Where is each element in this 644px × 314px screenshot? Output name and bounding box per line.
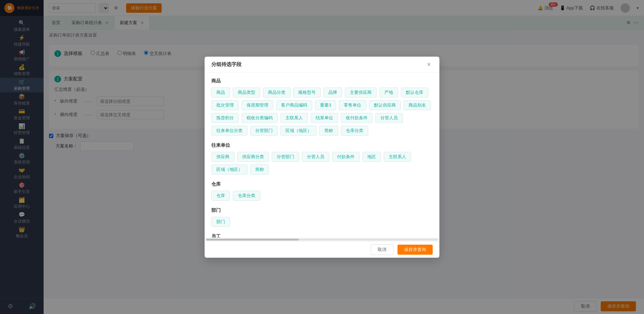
- field-tag[interactable]: 品牌: [323, 87, 342, 98]
- field-group-仓库: 仓库仓库仓库分类: [211, 181, 433, 201]
- field-tags-往来单位: 供应商供应商分类分管部门分管人员付款条件地区主联系人区域（地区）简称: [211, 152, 433, 175]
- field-tag[interactable]: 简称: [319, 126, 338, 136]
- field-tag[interactable]: 供应商: [211, 152, 234, 162]
- field-group-商品: 商品商品商品类型商品分类规格型号品牌主要供应商产地默认仓库批次管理保质期管理客户…: [211, 78, 433, 136]
- field-tag[interactable]: 仓库: [211, 191, 230, 201]
- field-group-员工: 员工业务员: [211, 234, 433, 238]
- modal-cancel-button[interactable]: 取消: [371, 244, 393, 255]
- field-tag[interactable]: 仓库分类: [341, 126, 368, 136]
- field-group-title-部门: 部门: [211, 207, 433, 213]
- field-tag[interactable]: 商品类型: [233, 87, 260, 98]
- field-tag[interactable]: 付款条件: [332, 152, 360, 162]
- field-group-title-商品: 商品: [211, 78, 433, 84]
- field-tag[interactable]: 主联系人: [280, 113, 308, 123]
- field-tag[interactable]: 地区: [362, 152, 381, 162]
- field-group-title-仓库: 仓库: [211, 181, 433, 187]
- field-group-往来单位: 往来单位供应商供应商分类分管部门分管人员付款条件地区主联系人区域（地区）简称: [211, 142, 433, 175]
- field-tag[interactable]: 拣货积分: [211, 113, 239, 123]
- field-tag[interactable]: 默认供应商: [369, 100, 401, 110]
- field-tag[interactable]: 商品分类: [263, 87, 290, 98]
- modal-header: 分组待选字段 ✕: [205, 57, 439, 73]
- field-tag[interactable]: 默认仓库: [401, 87, 428, 98]
- field-group-title-往来单位: 往来单位: [211, 142, 433, 148]
- field-tag[interactable]: 分管部门: [272, 152, 299, 162]
- field-tags-商品: 商品商品类型商品分类规格型号品牌主要供应商产地默认仓库批次管理保质期管理客户商品…: [211, 87, 433, 136]
- field-tag[interactable]: 供应商分类: [237, 152, 269, 162]
- field-tag[interactable]: 商品别名: [404, 100, 431, 110]
- field-tags-部门: 部门: [211, 217, 433, 227]
- field-tag[interactable]: 部门: [211, 217, 230, 227]
- modal-footer: 取消 保存并查询: [205, 242, 439, 258]
- field-tag[interactable]: 税收分类编码: [241, 113, 278, 123]
- field-tag[interactable]: 商品: [211, 87, 230, 98]
- field-group-title-员工: 员工: [211, 234, 433, 238]
- modal-title: 分组待选字段: [211, 61, 241, 68]
- field-select-modal: 分组待选字段 ✕ 商品商品商品类型商品分类规格型号品牌主要供应商产地默认仓库批次…: [205, 57, 439, 258]
- field-tag[interactable]: 主要供应商: [345, 87, 377, 98]
- field-tag[interactable]: 分管部门: [250, 126, 278, 136]
- field-tag[interactable]: 区域（地区）: [280, 126, 317, 136]
- modal-confirm-button[interactable]: 保存并查询: [397, 245, 433, 255]
- field-tag[interactable]: 重量3: [315, 100, 336, 110]
- field-tag[interactable]: 产地: [379, 87, 398, 98]
- field-tag[interactable]: 主联系人: [384, 152, 411, 162]
- field-tag[interactable]: 往来单位分类: [211, 126, 248, 136]
- modal-body: 商品商品商品类型商品分类规格型号品牌主要供应商产地默认仓库批次管理保质期管理客户…: [205, 73, 439, 238]
- field-tag[interactable]: 客户商品编码: [276, 100, 312, 110]
- field-tags-仓库: 仓库仓库分类: [211, 191, 433, 201]
- field-tag[interactable]: 分管人员: [375, 113, 403, 123]
- field-tag[interactable]: 零售单位: [339, 100, 366, 110]
- field-tag[interactable]: 收付款条件: [341, 113, 373, 123]
- field-tag[interactable]: 结算单位: [311, 113, 338, 123]
- field-tag[interactable]: 规格型号: [293, 87, 321, 98]
- modal-horizontal-scrollbar[interactable]: [205, 238, 439, 242]
- field-tag[interactable]: 仓库分类: [233, 191, 260, 201]
- field-tag[interactable]: 保质期管理: [241, 100, 273, 110]
- field-tag[interactable]: 简称: [250, 165, 269, 175]
- field-tag[interactable]: 分管人员: [302, 152, 329, 162]
- field-tag[interactable]: 批次管理: [211, 100, 239, 110]
- field-tag[interactable]: 区域（地区）: [211, 165, 248, 175]
- modal-close-button[interactable]: ✕: [425, 60, 433, 68]
- field-group-部门: 部门部门: [211, 207, 433, 227]
